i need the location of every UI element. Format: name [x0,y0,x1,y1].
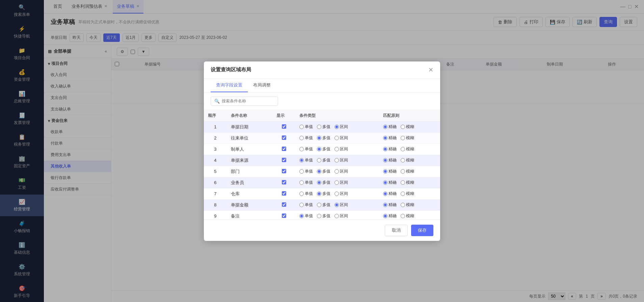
dialog: 设置查询区域布局 ✕ 查询字段设置 布局调整 🔍 顺序 [204,61,440,241]
type-radio-多值-2[interactable] [317,136,321,140]
type-radio-区间-9[interactable] [334,214,339,218]
dialog-search-input[interactable] [222,99,272,103]
type-radio-多值-4[interactable] [317,158,321,162]
dialog-table: 顺序 条件名称 显示 条件类型 匹配原则 [204,110,440,122]
match-radio-模糊-5[interactable] [401,169,405,174]
display-checkbox-2[interactable] [282,135,286,140]
dialog-footer: 取消 保存 [204,220,440,241]
cell-order-1: 1 [204,122,227,133]
cell-name-1: 单据日期 [227,122,272,133]
match-radio-模糊-7[interactable] [401,192,405,196]
dialog-tab-fields[interactable]: 查询字段设置 [211,79,248,92]
cell-name-2: 往来单位 [227,132,272,144]
dialog-search-box: 🔍 [211,97,278,106]
cell-order-3: 3 [204,144,227,155]
col-order: 顺序 [204,110,227,122]
cell-order-9: 9 [204,210,227,220]
type-radio-单值-2[interactable] [299,136,304,140]
dialog-header: 设置查询区域布局 ✕ [204,61,440,79]
display-checkbox-7[interactable] [282,191,286,196]
match-radio-精确-4[interactable] [383,158,387,162]
display-checkbox-6[interactable] [282,180,286,184]
match-radio-模糊-6[interactable] [401,180,405,185]
cell-order-6: 6 [204,177,227,188]
cell-name-4: 单据来源 [227,155,272,166]
match-radio-精确-7[interactable] [383,192,387,196]
type-radio-区间-5[interactable] [334,169,339,174]
display-checkbox-9[interactable] [282,213,286,218]
cell-name-5: 部门 [227,166,272,177]
match-radio-精确-3[interactable] [383,147,387,151]
type-radio-单值-5[interactable] [299,169,304,174]
type-radio-区间-2[interactable] [334,136,339,140]
type-radio-多值-8[interactable] [317,203,321,207]
type-radio-单值-8[interactable] [299,203,304,207]
display-checkbox-8[interactable] [282,202,286,207]
match-radio-精确-1[interactable] [383,125,387,129]
type-radio-区间-6[interactable] [334,180,339,185]
cell-name-9: 备注 [227,210,272,220]
match-radio-精确-6[interactable] [383,180,387,185]
match-radio-模糊-3[interactable] [401,147,405,151]
cell-order-4: 4 [204,155,227,166]
display-checkbox-4[interactable] [282,158,286,162]
type-radio-多值-3[interactable] [317,147,321,151]
dialog-title: 设置查询区域布局 [211,67,251,73]
type-radio-区间-8[interactable] [334,203,339,207]
type-radio-单值-4[interactable] [299,158,304,162]
display-checkbox-3[interactable] [282,147,286,151]
type-radio-区间-3[interactable] [334,147,339,151]
match-radio-精确-5[interactable] [383,169,387,174]
match-radio-精确-8[interactable] [383,203,387,207]
cell-name-8: 单据金额 [227,199,272,210]
cell-name-6: 业务员 [227,177,272,188]
match-radio-模糊-4[interactable] [401,158,405,162]
type-radio-单值-1[interactable] [299,125,304,129]
search-icon2: 🔍 [214,99,220,104]
cell-name-3: 制单人 [227,144,272,155]
cell-name-7: 仓库 [227,188,272,199]
type-radio-区间-4[interactable] [334,158,339,162]
col-cond-name: 条件名称 [227,110,272,122]
dialog-cancel-button[interactable]: 取消 [385,225,408,236]
type-radio-多值-1[interactable] [317,125,321,129]
dialog-table-scroll: 1单据日期单值多值区间精确模糊2往来单位单值多值区间精确模糊3制单人单值多值区间… [204,122,440,220]
type-radio-多值-5[interactable] [317,169,321,174]
dialog-tab-layout[interactable]: 布局调整 [248,79,276,92]
match-radio-模糊-2[interactable] [401,136,405,140]
type-radio-单值-7[interactable] [299,192,304,196]
display-checkbox-1[interactable] [282,124,286,129]
dialog-search-area: 🔍 [204,93,440,110]
match-radio-模糊-8[interactable] [401,203,405,207]
type-radio-单值-3[interactable] [299,147,304,151]
dialog-close-button[interactable]: ✕ [428,66,433,74]
cell-order-8: 8 [204,199,227,210]
col-display: 显示 [272,110,295,122]
type-radio-多值-6[interactable] [317,180,321,185]
cell-order-7: 7 [204,188,227,199]
cell-order-5: 5 [204,166,227,177]
col-type: 条件类型 [295,110,379,122]
match-radio-精确-9[interactable] [383,214,387,218]
match-radio-精确-2[interactable] [383,136,387,140]
cell-order-2: 2 [204,132,227,144]
display-checkbox-5[interactable] [282,169,286,173]
type-radio-多值-9[interactable] [317,214,321,218]
type-radio-区间-7[interactable] [334,192,339,196]
match-radio-模糊-1[interactable] [401,125,405,129]
dialog-data-table: 1单据日期单值多值区间精确模糊2往来单位单值多值区间精确模糊3制单人单值多值区间… [204,122,440,220]
col-match: 匹配原则 [379,110,440,122]
type-radio-区间-1[interactable] [334,125,339,129]
match-radio-模糊-9[interactable] [401,214,405,218]
dialog-save-button[interactable]: 保存 [411,225,433,236]
type-radio-多值-7[interactable] [317,192,321,196]
dialog-overlay: 设置查询区域布局 ✕ 查询字段设置 布局调整 🔍 顺序 [0,0,644,302]
type-radio-单值-6[interactable] [299,180,304,185]
type-radio-单值-9[interactable] [299,214,304,218]
dialog-tabs: 查询字段设置 布局调整 [204,79,440,93]
dialog-body: 顺序 条件名称 显示 条件类型 匹配原则 1单据日期单值多值区间精确模糊2往来单… [204,110,440,220]
